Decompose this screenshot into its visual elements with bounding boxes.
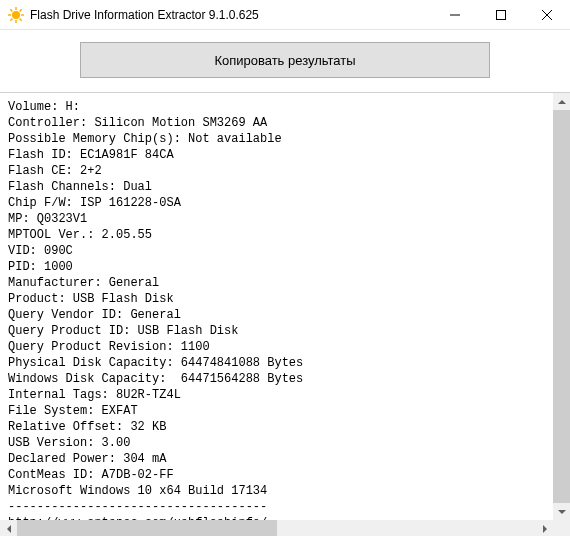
svg-marker-16 bbox=[543, 525, 547, 533]
scroll-up-arrow[interactable] bbox=[553, 93, 570, 110]
scrollbar-corner bbox=[553, 520, 570, 536]
copy-results-button[interactable]: Копировать результаты bbox=[80, 42, 490, 78]
scroll-down-arrow[interactable] bbox=[553, 503, 570, 520]
title-bar: Flash Drive Information Extractor 9.1.0.… bbox=[0, 0, 570, 30]
svg-line-8 bbox=[20, 9, 22, 11]
svg-line-7 bbox=[10, 18, 12, 20]
toolbar: Копировать результаты bbox=[0, 30, 570, 93]
svg-marker-13 bbox=[558, 100, 566, 104]
svg-marker-15 bbox=[7, 525, 11, 533]
maximize-button[interactable] bbox=[478, 0, 524, 30]
svg-marker-14 bbox=[558, 510, 566, 514]
horizontal-scrollbar[interactable] bbox=[0, 520, 553, 536]
vertical-scrollbar[interactable] bbox=[553, 93, 570, 520]
content-area: Volume: H: Controller: Silicon Motion SM… bbox=[0, 93, 570, 536]
svg-line-5 bbox=[10, 9, 12, 11]
horizontal-scroll-track[interactable] bbox=[17, 520, 536, 536]
app-icon bbox=[8, 7, 24, 23]
horizontal-scroll-thumb[interactable] bbox=[17, 520, 277, 536]
minimize-button[interactable] bbox=[432, 0, 478, 30]
vertical-scroll-track[interactable] bbox=[553, 110, 570, 503]
close-button[interactable] bbox=[524, 0, 570, 30]
window-title: Flash Drive Information Extractor 9.1.0.… bbox=[30, 8, 259, 22]
output-text[interactable]: Volume: H: Controller: Silicon Motion SM… bbox=[0, 93, 553, 520]
svg-point-0 bbox=[12, 11, 20, 19]
scroll-left-arrow[interactable] bbox=[0, 520, 17, 536]
svg-line-6 bbox=[20, 18, 22, 20]
vertical-scroll-thumb[interactable] bbox=[553, 110, 570, 503]
scroll-right-arrow[interactable] bbox=[536, 520, 553, 536]
svg-rect-10 bbox=[497, 10, 506, 19]
